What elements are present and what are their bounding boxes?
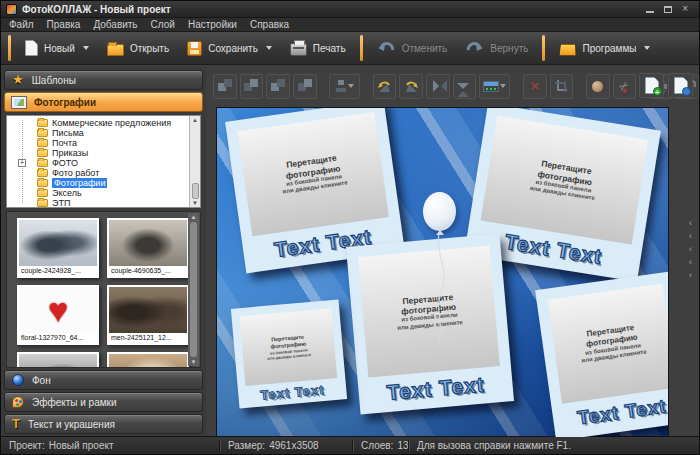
flip-horizontal-button[interactable] [426,74,450,99]
menu-help[interactable]: Справка [250,19,289,30]
tree-item[interactable]: Коммерческие предложения [7,118,188,128]
maximize-button[interactable] [664,6,672,13]
programs-box-icon [559,44,576,56]
balloon-string [413,230,473,345]
crop-icon [555,80,567,92]
gear-badge-icon [682,87,691,96]
menu-layer[interactable]: Слой [151,19,175,30]
scroll-up-icon[interactable]: ▲ [192,117,198,123]
bring-to-front-icon [271,79,285,93]
section-photos[interactable]: Фотографии [4,92,203,112]
chevron-down-icon[interactable] [266,46,272,50]
photo-placeholder[interactable]: Перетащите фотографию из боковой панели … [240,308,338,386]
add-page-button[interactable]: + [639,73,664,98]
new-button[interactable]: Новый [16,34,98,63]
thumbnail-caption: couple-4690635_... [107,266,189,278]
page-settings-button[interactable] [668,73,693,98]
photo-placeholder[interactable]: Перетащите фотографию из боковой панели … [548,284,669,404]
section-templates[interactable]: ★ Шаблоны [4,70,203,90]
delete-button[interactable]: × [523,74,547,99]
scroll-down-icon[interactable]: ▼ [192,200,198,206]
chevron-down-icon[interactable] [83,46,89,50]
right-panel-collapse-handle[interactable]: ‹ ‹ ‹ ‹ ‹ [689,219,692,280]
scroll-down-icon[interactable]: ▼ [191,359,197,365]
minimize-button[interactable] [646,6,654,13]
rotate-right-button[interactable] [399,74,423,99]
tree-scrollbar[interactable]: ▲ ▼ [189,116,200,207]
thumbnail-image[interactable] [17,218,99,266]
chevron-down-icon[interactable] [500,84,506,88]
redo-button[interactable]: Вернуть [456,34,537,63]
redo-button-label: Вернуть [490,43,528,54]
photo-thumbnail[interactable]: men-2425121_12... [107,285,189,345]
new-button-label: Новый [44,43,75,54]
balloon-decoration[interactable] [423,192,456,231]
send-to-back-button[interactable] [293,74,317,99]
undo-arrow-icon [377,41,396,55]
save-button[interactable]: Сохранить [178,34,281,63]
section-text[interactable]: T Текст и украшения [4,414,203,434]
menu-bar: Файл Правка Добавить Слой Настройки Спра… [1,18,699,32]
send-backward-icon [244,79,258,93]
thumbnail-image[interactable] [107,352,189,368]
photo-thumbnail[interactable]: romance-2386487... [17,352,99,368]
menu-edit[interactable]: Правка [47,19,81,30]
star-icon: ★ [12,74,24,86]
photo-thumbnail[interactable]: ♥ floral-1327970_64... [17,285,99,345]
tree-item[interactable]: Письма [7,128,188,138]
menu-file[interactable]: Файл [9,19,34,30]
align-button[interactable] [329,74,360,99]
mask-icon [592,81,603,92]
scrollbar-thumb[interactable] [190,222,197,357]
tree-item[interactable]: Приказы [7,148,188,158]
chevron-down-icon[interactable] [348,84,354,88]
tree-item[interactable]: Почта [7,138,188,148]
tree-item[interactable]: Фото работ [7,168,188,178]
thumbnail-image[interactable] [107,218,189,266]
scroll-up-icon[interactable]: ▲ [191,214,197,220]
tree-item-label: Эксель [52,188,82,198]
section-templates-label: Шаблоны [32,75,76,86]
thumbnail-image[interactable] [17,352,99,368]
photo-frame-slot[interactable]: Перетащите фотографию из боковой панели … [231,299,347,408]
tree-item[interactable]: ЭТП [7,198,188,208]
collage-canvas[interactable]: Перетащите фотографию из боковой панели … [216,107,669,438]
photo-frame-slot[interactable]: Перетащите фотографию из боковой панели … [535,271,669,438]
tree-item[interactable]: Эксель [7,188,188,198]
undo-button[interactable]: Отменить [368,34,457,63]
section-effects[interactable]: Эффекты и рамки [4,392,203,412]
tree-item[interactable]: + ФОТО [7,158,188,168]
size-value: 4961x3508 [269,440,319,451]
thumbnails-scrollbar[interactable]: ▲ ▼ [188,213,199,366]
tree-item-selected[interactable]: Фотографии [7,178,188,188]
rotate-left-button[interactable] [373,74,397,99]
expand-plus-icon[interactable]: + [18,159,26,167]
thumbnail-image[interactable]: ♥ [17,285,99,333]
menu-add[interactable]: Добавить [93,19,137,30]
menu-settings[interactable]: Настройки [188,19,237,30]
crop-button[interactable] [550,74,574,99]
bring-to-front-button[interactable] [266,74,290,99]
flip-vertical-button[interactable] [453,74,477,99]
open-button[interactable]: Открыть [98,34,178,63]
chevron-left-icon: ‹ [689,258,692,267]
photo-placeholder[interactable]: Перетащите фотографию из боковой панели … [238,112,389,236]
photos-icon [12,97,26,108]
print-button[interactable]: Печать [281,34,355,63]
photo-thumbnail[interactable]: time-machine-145... [107,352,189,368]
photo-thumbnail[interactable]: couple-2424928_... [17,218,99,278]
scrollbar-thumb[interactable] [192,183,199,199]
send-backward-button[interactable] [240,74,264,99]
section-background[interactable]: Фон [4,370,203,390]
fit-screen-button[interactable] [479,74,510,99]
save-icon [187,41,202,56]
photo-thumbnail[interactable]: couple-4690635_... [107,218,189,278]
cut-button[interactable]: ✂ [613,74,637,99]
mask-button[interactable] [586,74,610,99]
chevron-down-icon[interactable] [644,46,650,50]
close-button[interactable]: × [682,4,688,14]
programs-button[interactable]: Программы [550,34,659,63]
thumbnail-image[interactable] [107,285,189,333]
bring-forward-button[interactable] [213,74,237,99]
toolbar-separator [542,35,545,61]
